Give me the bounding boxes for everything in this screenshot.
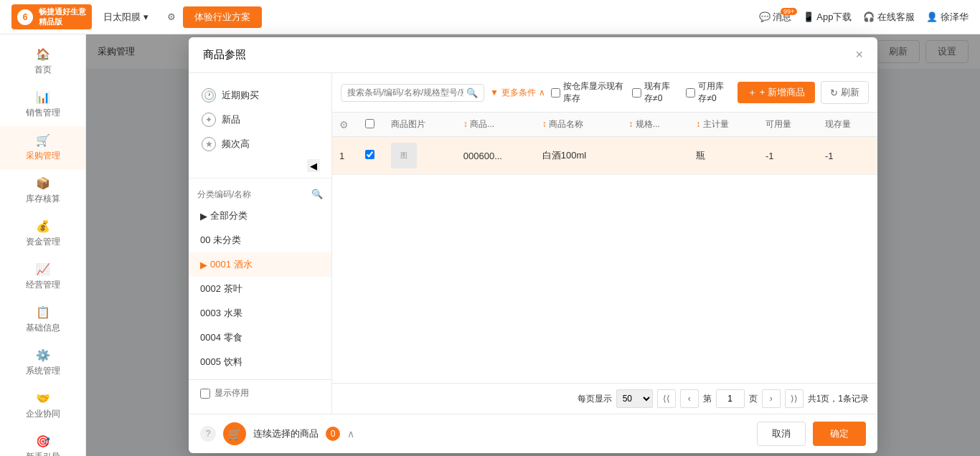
operations-icon: 📈 <box>36 262 50 276</box>
col-name[interactable]: ↕ 商品名称 <box>535 113 622 137</box>
usable-nonzero-checkbox[interactable] <box>686 88 695 98</box>
message-count-badge: 99+ <box>781 8 797 15</box>
sidebar-item-label: 经营管理 <box>26 279 60 291</box>
available-nonzero-label[interactable]: 现有库存≠0 <box>632 80 677 105</box>
user-icon: 👤 <box>926 11 938 22</box>
experience-button[interactable]: 体验行业方案 <box>183 6 262 28</box>
sidebar-item-inventory[interactable]: 📦 库存核算 <box>0 169 85 212</box>
chevron-down-icon: ▾ <box>143 11 149 22</box>
refresh-table-button[interactable]: ↻ 刷新 <box>821 81 869 104</box>
plus-icon: ＋ <box>748 86 757 99</box>
add-product-button[interactable]: ＋ + 新增商品 <box>738 82 815 103</box>
next-page-button[interactable]: › <box>762 389 781 408</box>
app-download[interactable]: 📱 App下载 <box>803 11 852 24</box>
search-icon[interactable]: 🔍 <box>466 87 478 98</box>
cart-button[interactable]: 🛒 <box>223 422 246 445</box>
last-page-button[interactable]: ⟩⟩ <box>785 389 804 408</box>
confirm-button[interactable]: 确定 <box>813 422 866 446</box>
col-checkbox[interactable] <box>358 113 384 137</box>
first-page-button[interactable]: ⟨⟨ <box>657 389 676 408</box>
modal-left-panel: 🕐 近期购买 ✦ 新品 ★ 频次高 <box>189 73 332 414</box>
selected-count-badge: 0 <box>326 427 340 441</box>
collapse-panel-button[interactable]: ◀ <box>307 159 320 172</box>
logo-icon: 6 <box>17 9 33 25</box>
col-unit[interactable]: ↕ 主计量 <box>689 113 758 137</box>
row-checkbox[interactable] <box>358 137 384 175</box>
display-disabled-checkbox[interactable] <box>200 389 210 399</box>
product-search-input[interactable] <box>347 87 463 98</box>
filter-new-products[interactable]: ✦ 新品 <box>194 108 326 132</box>
show-inventory-checkbox[interactable] <box>551 88 560 98</box>
show-inventory-label[interactable]: 按仓库显示现有库存 <box>551 80 623 105</box>
sidebar-item-basic-info[interactable]: 📋 基础信息 <box>0 298 85 341</box>
category-all[interactable]: ▶ 全部分类 <box>189 204 331 228</box>
filter-recent-purchases[interactable]: 🕐 近期购买 <box>194 83 326 108</box>
sidebar-item-system[interactable]: ⚙️ 系统管理 <box>0 341 85 384</box>
col-gear[interactable]: ⚙ <box>332 113 358 137</box>
col-code[interactable]: ↕ 商品... <box>456 113 535 137</box>
sidebar: 🏠 首页 📊 销售管理 🛒 采购管理 📦 库存核算 💰 资金管理 📈 经营管理 … <box>0 34 86 456</box>
sidebar-item-finance[interactable]: 💰 资金管理 <box>0 212 85 255</box>
star-icon: ★ <box>202 137 216 151</box>
available-nonzero-checkbox[interactable] <box>632 88 641 98</box>
modal-footer: ? 🛒 连续选择的商品 0 ∧ 取消 确定 <box>189 414 877 453</box>
usable-nonzero-label[interactable]: 可用库存≠0 <box>686 80 731 105</box>
quick-filters: 🕐 近期购买 ✦ 新品 ★ 频次高 <box>189 80 331 159</box>
main-layout: 🏠 首页 📊 销售管理 🛒 采购管理 📦 库存核算 💰 资金管理 📈 经营管理 … <box>0 34 980 456</box>
category-0008[interactable]: 0008 水 <box>189 374 331 379</box>
collapse-icon: ∧ <box>539 87 545 98</box>
category-00[interactable]: 00 未分类 <box>189 228 331 252</box>
more-filters-button[interactable]: ▼ 更多条件 ∧ <box>490 87 545 99</box>
page-number-input[interactable] <box>716 389 745 408</box>
category-search-icon[interactable]: 🔍 <box>311 189 323 199</box>
nav-store[interactable]: 日太阳膜 ▾ <box>92 11 160 24</box>
sidebar-item-sales[interactable]: 📊 销售管理 <box>0 83 85 126</box>
category-0004[interactable]: 0004 零食 <box>189 326 331 350</box>
col-current: 现存量 <box>818 113 877 137</box>
modal-close-button[interactable]: × <box>855 47 863 62</box>
category-0001[interactable]: ▶ 0001 酒水 <box>189 252 331 277</box>
filter-options: 按仓库显示现有库存 现有库存≠0 可用库存≠0 <box>551 80 732 105</box>
sidebar-item-label: 资金管理 <box>26 236 60 248</box>
user-menu[interactable]: 👤 徐泽华 <box>926 11 969 24</box>
help-icon[interactable]: ? <box>200 426 216 442</box>
online-service[interactable]: 🎧 在线客服 <box>863 11 915 24</box>
sidebar-item-label: 采购管理 <box>26 150 60 162</box>
basic-info-icon: 📋 <box>36 305 50 319</box>
product-thumbnail: 图 <box>391 143 417 168</box>
sidebar-item-purchase[interactable]: 🛒 采购管理 <box>0 126 85 169</box>
select-all-checkbox[interactable] <box>365 119 374 128</box>
sidebar-item-guide[interactable]: 🎯 新手引导 <box>0 427 85 456</box>
refresh-icon: ↻ <box>830 87 838 98</box>
table-row[interactable]: 1 图 000600... 白酒100ml 瓶 <box>332 137 877 175</box>
settings-icon[interactable]: ⚙ <box>160 6 183 29</box>
finance-icon: 💰 <box>36 219 50 233</box>
pagination: 每页显示 50 100 200 ⟨⟨ ‹ 第 页 › <box>332 383 877 414</box>
messages-badge[interactable]: 💬 消息 99+ <box>759 11 792 24</box>
row-name: 白酒100ml <box>535 137 622 175</box>
filter-high-frequency[interactable]: ★ 频次高 <box>194 132 326 156</box>
page-suffix-label: 页 <box>749 393 758 405</box>
filter-icon: ▼ <box>490 87 499 98</box>
category-search-input[interactable] <box>197 189 308 199</box>
category-0003[interactable]: 0003 水果 <box>189 301 331 326</box>
sidebar-item-label: 企业协同 <box>26 408 60 420</box>
footer-collapse-icon[interactable]: ∧ <box>347 428 354 440</box>
row-select-checkbox[interactable] <box>365 150 374 159</box>
category-0005[interactable]: 0005 饮料 <box>189 350 331 374</box>
sidebar-item-enterprise[interactable]: 🤝 企业协同 <box>0 384 85 427</box>
phone-icon: 📱 <box>803 11 814 22</box>
category-0002[interactable]: 0002 茶叶 <box>189 277 331 301</box>
per-page-select[interactable]: 50 100 200 <box>616 389 653 408</box>
cancel-button[interactable]: 取消 <box>757 422 806 446</box>
product-reference-modal: 商品参照 × 🕐 近期购买 ✦ <box>189 37 877 453</box>
sidebar-item-operations[interactable]: 📈 经营管理 <box>0 255 85 298</box>
prev-page-button[interactable]: ‹ <box>680 389 699 408</box>
gear-icon[interactable]: ⚙ <box>339 119 349 130</box>
col-spec[interactable]: ↕ 规格... <box>621 113 689 137</box>
sidebar-item-label: 首页 <box>34 64 52 76</box>
arrow-icon: ▶ <box>200 211 207 222</box>
sort-icon: ↕ <box>696 119 700 129</box>
sidebar-item-home[interactable]: 🏠 首页 <box>0 40 85 83</box>
headset-icon: 🎧 <box>863 11 875 22</box>
